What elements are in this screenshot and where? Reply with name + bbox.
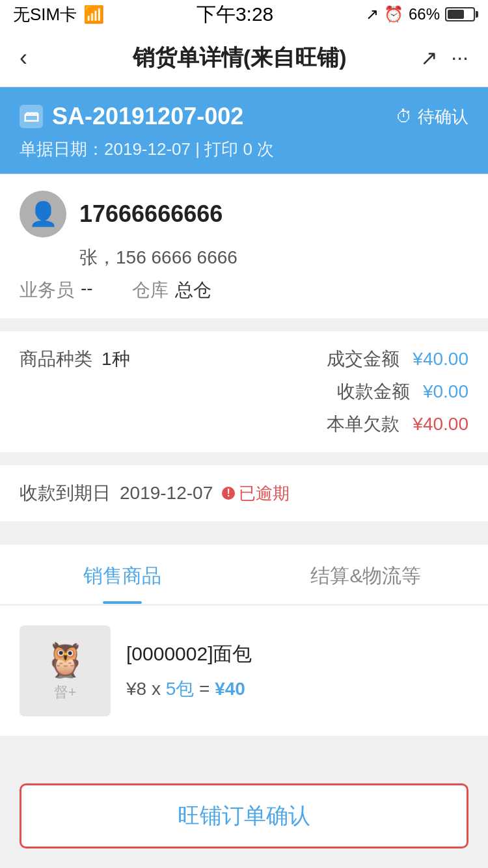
battery-text: 66%: [409, 5, 440, 23]
debt-label: 本单欠款: [327, 412, 400, 437]
product-name: [0000002]面包: [126, 641, 252, 668]
confirm-order-button[interactable]: 旺铺订单确认: [20, 783, 468, 848]
order-icon: 🗃: [20, 105, 43, 128]
product-types-label: 商品种类: [20, 347, 92, 372]
customer-avatar: 👤: [20, 191, 66, 237]
status-left: 无SIM卡 📶: [13, 3, 104, 26]
order-id: 🗃 SA-20191207-002: [20, 103, 243, 130]
clock-icon: ⏱: [396, 107, 413, 127]
share-button[interactable]: ↗︎: [420, 46, 438, 70]
bottom-bar: 旺铺订单确认: [0, 770, 488, 868]
product-total: ¥40: [215, 679, 245, 699]
customer-name: 张，156 6666 6666: [79, 245, 468, 270]
warehouse-value: 总仓: [175, 278, 211, 303]
customer-top: 👤 17666666666: [20, 191, 468, 237]
status-bar: 无SIM卡 📶 下午3:28 ↗ ⏰ 66%: [0, 0, 488, 29]
product-price-row: ¥8 x 5包 = ¥40: [126, 677, 252, 701]
warehouse-field: 仓库 总仓: [132, 278, 211, 303]
battery-icon: [445, 7, 475, 21]
location-icon: ↗: [366, 5, 379, 23]
tab-settlement[interactable]: 结算&物流等: [244, 545, 488, 604]
overdue-badge: ! 已逾期: [222, 482, 290, 505]
order-status: ⏱ 待确认: [396, 105, 468, 128]
product-types: 商品种类 1种: [20, 347, 130, 372]
amounts-section: 商品种类 1种 成交金额 ¥40.00 收款金额 ¥0.00 本单欠款 ¥40.…: [0, 331, 488, 452]
tab-sales-products[interactable]: 销售商品: [0, 545, 244, 604]
due-section: 收款到期日 2019-12-07 ! 已逾期: [0, 465, 488, 521]
overdue-text: 已逾期: [239, 482, 290, 505]
customer-phone: 17666666666: [79, 200, 223, 228]
wifi-icon: 📶: [83, 5, 104, 25]
transaction-row: 成交金额 ¥40.00: [327, 347, 468, 372]
product-thumbnail-inner: 🦉 督+: [44, 640, 87, 702]
product-quantity: 5包: [166, 679, 195, 699]
order-header-top: 🗃 SA-20191207-002 ⏱ 待确认: [20, 103, 468, 130]
product-owl-icon: 🦉: [44, 640, 87, 680]
debt-value: ¥40.00: [413, 414, 468, 435]
more-button[interactable]: ···: [451, 46, 468, 70]
received-value: ¥0.00: [423, 381, 468, 402]
product-info: [0000002]面包 ¥8 x 5包 = ¥40: [126, 625, 252, 716]
tabs-header: 销售商品 结算&物流等: [0, 545, 488, 604]
transaction-label: 成交金额: [327, 347, 400, 372]
salesperson-label: 业务员: [20, 278, 74, 303]
back-button[interactable]: ‹: [20, 44, 59, 72]
warehouse-label: 仓库: [132, 278, 169, 303]
page-title: 销货单详情(来自旺铺): [133, 43, 347, 73]
tabs-section: 销售商品 结算&物流等: [0, 545, 488, 604]
product-types-value: 1种: [102, 347, 130, 372]
overdue-icon: !: [222, 487, 235, 500]
received-row: 收款金额 ¥0.00: [337, 379, 468, 404]
product-brand-plus: 督+: [54, 683, 77, 702]
product-thumbnail: 🦉 督+: [20, 625, 111, 716]
product-price: ¥8 x: [126, 679, 161, 699]
order-date: 单据日期：2019-12-07 | 打印 0 次: [20, 138, 468, 161]
received-label: 收款金额: [337, 379, 410, 404]
order-header: 🗃 SA-20191207-002 ⏱ 待确认 单据日期：2019-12-07 …: [0, 87, 488, 174]
status-right: ↗ ⏰ 66%: [366, 5, 475, 23]
customer-meta: 业务员 -- 仓库 总仓: [20, 278, 468, 303]
customer-section: 👤 17666666666 张，156 6666 6666 业务员 -- 仓库 …: [0, 175, 488, 318]
nav-bar: ‹ 销货单详情(来自旺铺) ↗︎ ···: [0, 29, 488, 87]
salesperson-value: --: [81, 278, 93, 303]
product-item: 🦉 督+ [0000002]面包 ¥8 x 5包 = ¥40: [0, 606, 488, 736]
amount-list: 成交金额 ¥40.00 收款金额 ¥0.00 本单欠款 ¥40.00: [327, 347, 468, 437]
transaction-value: ¥40.00: [413, 349, 468, 370]
debt-row: 本单欠款 ¥40.00: [327, 412, 468, 437]
due-label: 收款到期日: [20, 481, 111, 506]
nav-actions: ↗︎ ···: [420, 46, 468, 70]
due-date-value: 2019-12-07: [120, 483, 213, 504]
carrier-text: 无SIM卡: [13, 3, 77, 26]
time-display: 下午3:28: [197, 1, 273, 28]
product-equals: =: [199, 679, 215, 699]
salesperson-field: 业务员 --: [20, 278, 93, 303]
alarm-icon: ⏰: [384, 5, 403, 23]
